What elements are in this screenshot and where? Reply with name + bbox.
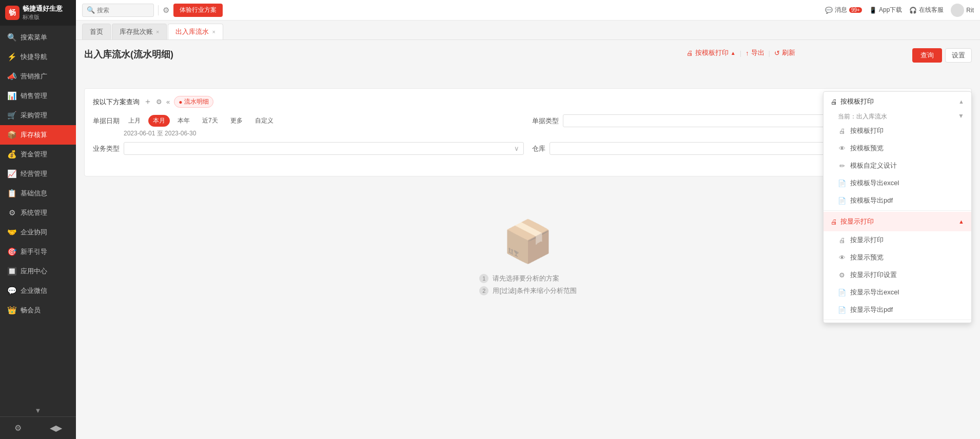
sidebar-label-system: 系统管理 [21, 208, 47, 217]
step2-num: 2 [479, 286, 488, 295]
toolbar-divider2: | [769, 49, 770, 57]
sidebar-item-guide[interactable]: 🎯新手引导 [0, 242, 76, 262]
export-btn[interactable]: ↑ 导出 [746, 48, 765, 57]
empty-step-1: 1 请先选择要分析的方案 [479, 274, 576, 283]
sidebar-item-quick-nav[interactable]: ⚡快捷导航 [0, 47, 76, 67]
dp-display-pdf-item[interactable]: 📄 按显示导出pdf [824, 301, 971, 318]
filter-add-btn[interactable]: ＋ [144, 96, 152, 107]
dp-display-excel-item[interactable]: 📄 按显示导出excel [824, 284, 971, 301]
sidebar-item-sales[interactable]: 📊销售管理 [0, 86, 76, 106]
business-type-select[interactable]: ∨ [124, 142, 524, 155]
messages-btn[interactable]: 💬 消息 99+ [825, 6, 862, 14]
dp-divider-2 [824, 320, 971, 320]
dp-section1-arrow: ▲ [958, 98, 964, 105]
sidebar-item-purchase[interactable]: 🛒采购管理 [0, 106, 76, 125]
tab-close-batch-account[interactable]: × [156, 29, 159, 35]
filter-tag-label: 流水明细 [184, 97, 209, 106]
sidebar-label-operations: 经营管理 [21, 169, 47, 178]
sidebar-item-finance[interactable]: 💰资金管理 [0, 145, 76, 164]
sidebar-bottom: ⚙ ◀▶ [0, 416, 76, 439]
sidebar-item-system[interactable]: ⚙系统管理 [0, 203, 76, 223]
sidebar-item-basic[interactable]: 📋基础信息 [0, 184, 76, 203]
dp-display-print-header[interactable]: 🖨 按显示打印 ▲ [824, 212, 971, 231]
main-area: 🔍 ⚙ 体验行业方案 💬 消息 99+ 📱 App下载 🎧 在线客服 Rit [76, 0, 980, 439]
sidebar-settings-btn[interactable]: ⚙ [10, 421, 26, 435]
app-download-label: App下载 [879, 6, 902, 14]
filter-settings-btn[interactable]: ⚙ [156, 98, 162, 106]
chevron-down-icon: ▲ [731, 50, 736, 56]
refresh-btn[interactable]: ↺ 刷新 [774, 48, 795, 57]
date-btn-this-month[interactable]: 本月 [148, 115, 170, 127]
tab-flow[interactable]: 出入库流水× [168, 24, 223, 39]
experience-btn[interactable]: 体验行业方案 [173, 4, 223, 17]
dp-template-preview-item[interactable]: 👁 按模板预览 [824, 139, 971, 157]
sidebar-nav: 🔍搜索菜单⚡快捷导航📣营销推广📊销售管理🛒采购管理📦库存核算💰资金管理📈经营管理… [0, 26, 76, 405]
step1-text: 请先选择要分析的方案 [493, 274, 559, 283]
dp-display-preview-label: 按显示预览 [850, 253, 884, 262]
user-profile[interactable]: Rit [951, 4, 974, 17]
sidebar-icon-inventory: 📦 [7, 130, 16, 139]
filter-header: 按以下方案查询 ＋ ⚙ « ● 流水明细 [93, 96, 213, 108]
dp-template-pdf-item[interactable]: 📄 按模板导出pdf [824, 192, 971, 209]
dp-template-custom-label: 模板自定义设计 [850, 161, 897, 170]
sidebar-icon-sales: 📊 [7, 91, 16, 101]
dp-item-icon-10: 📄 [838, 306, 846, 314]
tab-close-flow[interactable]: × [212, 29, 215, 35]
dp-display-print-icon: 🖨 [831, 218, 837, 226]
dp-item-icon-2: 👁 [838, 145, 846, 152]
tab-batch-account[interactable]: 库存批次账× [112, 24, 167, 39]
dp-default-func-header[interactable]: ⚙ 设置默认功能 ▼ [824, 321, 971, 323]
filter-business-type-field: 业务类型 ∨ [93, 142, 524, 155]
dp-template-custom-item[interactable]: ✏ 模板自定义设计 [824, 157, 971, 174]
sidebar-item-search[interactable]: 🔍搜索菜单 [0, 28, 76, 47]
dp-template-print-header[interactable]: 🖨 按模板打印 ▲ [824, 92, 971, 111]
date-btn-7days[interactable]: 近7天 [198, 115, 223, 127]
filter-collapse-icon[interactable]: « [166, 98, 170, 106]
app-download-btn[interactable]: 📱 App下载 [869, 6, 902, 14]
dp-template-pdf-label: 按模板导出pdf [850, 196, 893, 205]
sidebar-scroll-down[interactable]: ▼ [0, 405, 76, 416]
dp-display-preview-item[interactable]: 👁 按显示预览 [824, 249, 971, 266]
print-template-btn[interactable]: 🖨 按模板打印 ▲ [687, 48, 736, 57]
sidebar-icon-search: 🔍 [7, 33, 16, 42]
sidebar-icon-quick-nav: ⚡ [7, 52, 16, 62]
page-title: 出入库流水(流水明细) [84, 48, 173, 61]
sidebar-label-purchase: 采购管理 [21, 111, 47, 120]
sidebar-icon-basic: 📋 [7, 189, 16, 198]
tab-label-home: 首页 [90, 27, 103, 36]
tab-home[interactable]: 首页 [82, 24, 111, 39]
date-btn-this-year[interactable]: 本年 [173, 115, 194, 127]
dp-display-print-item[interactable]: 🖨 按显示打印 [824, 231, 971, 249]
messages-badge: 99+ [849, 7, 862, 13]
query-btn[interactable]: 查询 [912, 48, 942, 63]
topbar-gear-icon[interactable]: ⚙ [163, 6, 169, 15]
dp-template-excel-item[interactable]: 📄 按模板导出excel [824, 174, 971, 192]
sidebar-icon-membership: 👑 [7, 306, 16, 315]
search-input[interactable] [97, 7, 148, 14]
date-btn-more[interactable]: 更多 [226, 115, 247, 127]
sidebar-icon-finance: 💰 [7, 150, 16, 159]
dp-display-pdf-label: 按显示导出pdf [850, 305, 893, 314]
empty-step-2: 2 用[过滤]条件来缩小分析范围 [479, 286, 576, 295]
dp-template-print-item[interactable]: 🖨 按模板打印 [824, 122, 971, 139]
dp-item-icon-9: 📄 [838, 289, 846, 296]
sidebar-item-appcenter[interactable]: 🔲应用中心 [0, 262, 76, 281]
dp-item-icon-1: 🖨 [838, 127, 846, 135]
topbar-search[interactable]: 🔍 [82, 4, 154, 17]
sidebar-icon-system: ⚙ [7, 208, 16, 217]
sidebar-item-inventory[interactable]: 📦库存核算 [0, 125, 76, 145]
online-service-btn[interactable]: 🎧 在线客服 [909, 6, 944, 14]
sidebar-item-marketing[interactable]: 📣营销推广 [0, 67, 76, 86]
date-btn-custom[interactable]: 自定义 [250, 115, 278, 127]
sidebar-item-operations[interactable]: 📈经营管理 [0, 164, 76, 184]
sidebar-item-wechat[interactable]: 💬企业微信 [0, 281, 76, 301]
dp-display-print-settings-item[interactable]: ⚙ 按显示打印设置 [824, 266, 971, 284]
sidebar-item-membership[interactable]: 👑畅会员 [0, 301, 76, 320]
tab-label-batch-account: 库存批次账 [120, 27, 153, 36]
date-btn-last-month[interactable]: 上月 [124, 115, 145, 127]
sidebar-toggle-btn[interactable]: ◀▶ [46, 421, 66, 435]
sidebar-item-coop[interactable]: 🤝企业协同 [0, 223, 76, 242]
tabbar: 首页库存批次账×出入库流水× [76, 21, 980, 40]
settings-btn[interactable]: 设置 [945, 48, 972, 63]
filter-tag-icon: ● [179, 98, 182, 106]
